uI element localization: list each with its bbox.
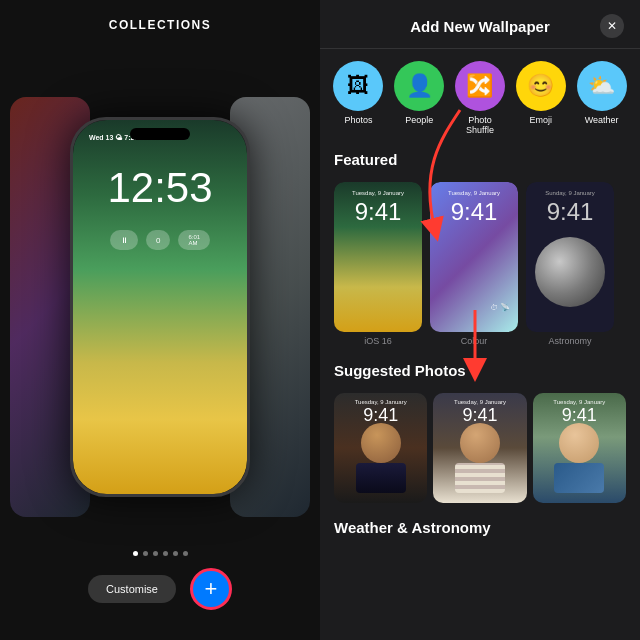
phone-screen: Wed 13 🌤 7:21PM 12:53 ⏸ 0 6:01AM: [73, 120, 247, 494]
photo-shuffle-icon: 🔀: [455, 61, 505, 111]
right-header: Add New Wallpaper ✕: [320, 0, 640, 49]
astronomy-date: Sunday, 9 January: [526, 190, 614, 196]
photos-icon: 🖼: [333, 61, 383, 111]
person3-body: [554, 463, 604, 493]
featured-card-ios16[interactable]: Tuesday, 9 January 9:41 iOS 16: [334, 182, 422, 346]
astronomy-label: Astronomy: [526, 336, 614, 346]
featured-card-astronomy[interactable]: Sunday, 9 January 9:41 Astronomy: [526, 182, 614, 346]
widget-zero: 0: [146, 230, 170, 250]
emoji-label: Emoji: [530, 115, 553, 125]
ios16-screen: Tuesday, 9 January 9:41: [334, 182, 422, 332]
widget-time: 6:01AM: [178, 230, 210, 250]
widget-pause: ⏸: [110, 230, 138, 250]
add-button[interactable]: +: [190, 568, 232, 610]
photos-label: Photos: [344, 115, 372, 125]
astronomy-screen: Sunday, 9 January 9:41: [526, 182, 614, 332]
ios16-time: 9:41: [334, 198, 422, 226]
wp-types-row: 🖼 Photos 👤 People 🔀 Photo Shuffle 😊 Emoj…: [320, 49, 640, 143]
featured-section: Featured: [320, 143, 640, 182]
dot-6: [183, 551, 188, 556]
dot-3: [153, 551, 158, 556]
suggested-row: Tuesday, 9 January 9:41 Tuesday, 9 Janua…: [320, 393, 640, 511]
suggested-card-2[interactable]: Tuesday, 9 January 9:41: [433, 393, 526, 503]
phone-time: 12:53: [73, 164, 247, 212]
bottom-buttons: Customise +: [88, 568, 232, 610]
weather-astronomy-section: Weather & Astronomy: [320, 511, 640, 550]
sc1-time: 9:41: [334, 405, 427, 426]
sc2-time: 9:41: [433, 405, 526, 426]
person2-body: [455, 463, 505, 493]
phone-mockup-container: Wed 13 🌤 7:21PM 12:53 ⏸ 0 6:01AM: [0, 42, 320, 572]
people-icon: 👤: [394, 61, 444, 111]
colour-date: Tuesday, 9 January: [430, 190, 518, 196]
wp-type-weather[interactable]: ⛅ Weather: [577, 61, 627, 135]
suggested-section: Suggested Photos: [320, 354, 640, 393]
weather-icon: ⛅: [577, 61, 627, 111]
collections-header: COLLECTIONS: [0, 0, 320, 42]
phone-frame: Wed 13 🌤 7:21PM 12:53 ⏸ 0 6:01AM: [70, 117, 250, 497]
person3-face: [559, 423, 599, 463]
dots-row: [133, 551, 188, 556]
wp-type-photo-shuffle[interactable]: 🔀 Photo Shuffle: [455, 61, 505, 135]
photo-shuffle-label: Photo Shuffle: [466, 115, 494, 135]
ios16-date: Tuesday, 9 January: [334, 190, 422, 196]
suggested-card-1[interactable]: Tuesday, 9 January 9:41: [334, 393, 427, 503]
dot-5: [173, 551, 178, 556]
colour-time: 9:41: [430, 198, 518, 226]
dot-1: [133, 551, 138, 556]
left-panel: COLLECTIONS Wed 13 🌤 7:21PM 12:53 ⏸ 0: [0, 0, 320, 640]
suggested-title: Suggested Photos: [334, 362, 626, 379]
wp-type-people[interactable]: 👤 People: [394, 61, 444, 135]
colour-screen: Tuesday, 9 January 9:41 ⏱ 📡: [430, 182, 518, 332]
person2-face: [460, 423, 500, 463]
phone-widgets: ⏸ 0 6:01AM: [73, 230, 247, 250]
wp-type-emoji[interactable]: 😊 Emoji: [516, 61, 566, 135]
wp-type-photos[interactable]: 🖼 Photos: [333, 61, 383, 135]
emoji-icon: 😊: [516, 61, 566, 111]
moon-visual: [535, 237, 605, 307]
weather-label: Weather: [585, 115, 619, 125]
dot-4: [163, 551, 168, 556]
people-label: People: [405, 115, 433, 125]
colour-label: Colour: [430, 336, 518, 346]
person1-body: [356, 463, 406, 493]
astronomy-time: 9:41: [526, 198, 614, 226]
weather-astronomy-title: Weather & Astronomy: [334, 519, 626, 536]
person1-face: [361, 423, 401, 463]
phone-bottom: Customise +: [0, 551, 320, 610]
ios16-label: iOS 16: [334, 336, 422, 346]
featured-card-colour[interactable]: Tuesday, 9 January 9:41 ⏱ 📡 Colour: [430, 182, 518, 346]
suggested-card-3[interactable]: Tuesday, 9 January 9:41: [533, 393, 626, 503]
featured-title: Featured: [334, 151, 626, 168]
right-panel-title: Add New Wallpaper: [360, 18, 600, 35]
featured-row: Tuesday, 9 January 9:41 iOS 16 Tuesday, …: [320, 182, 640, 354]
phone-notch: [130, 128, 190, 140]
sc3-time: 9:41: [533, 405, 626, 426]
close-button[interactable]: ✕: [600, 14, 624, 38]
dot-2: [143, 551, 148, 556]
customise-button[interactable]: Customise: [88, 575, 176, 603]
right-panel: Add New Wallpaper ✕ 🖼 Photos 👤 People 🔀 …: [320, 0, 640, 640]
right-content: 🖼 Photos 👤 People 🔀 Photo Shuffle 😊 Emoj…: [320, 49, 640, 640]
colour-widgets: ⏱ 📡: [490, 303, 510, 312]
